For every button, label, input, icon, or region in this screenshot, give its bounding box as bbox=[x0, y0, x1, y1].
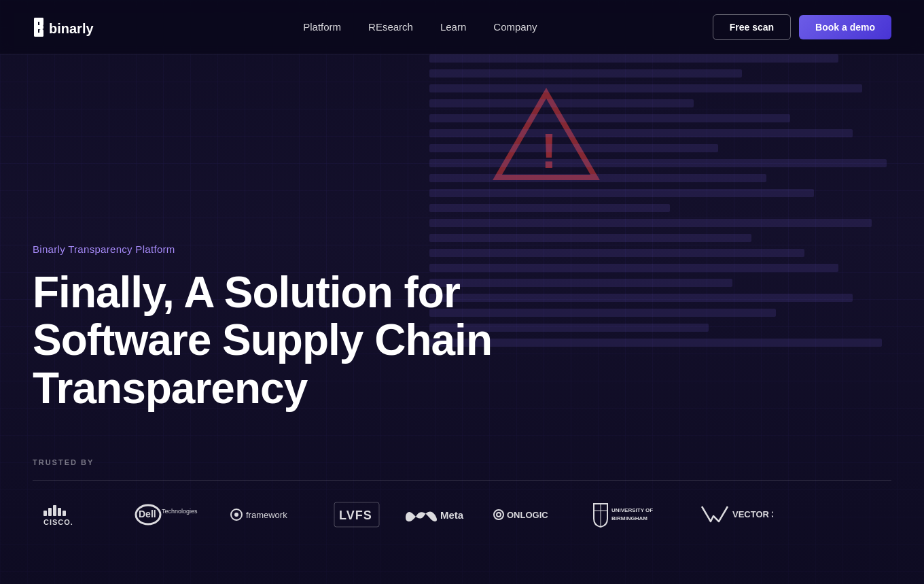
logo-onlogic: ONLOGIC bbox=[481, 502, 578, 527]
book-demo-button[interactable]: Book a demo bbox=[799, 15, 891, 39]
trusted-section: TRUSTED BY CISCO. Dell bbox=[0, 458, 924, 530]
svg-text:ONLOGIC: ONLOGIC bbox=[507, 510, 548, 520]
logo[interactable]: binarly bbox=[33, 14, 128, 41]
svg-point-19 bbox=[234, 513, 238, 517]
svg-text:LVFS: LVFS bbox=[339, 509, 372, 522]
svg-rect-4 bbox=[39, 18, 43, 26]
hero-subtitle: Binarly Transparency Platform bbox=[33, 243, 783, 255]
nav-platform[interactable]: Platform bbox=[303, 21, 341, 33]
svg-rect-13 bbox=[63, 511, 66, 516]
hero-content: Binarly Transparency Platform Finally, A… bbox=[0, 243, 815, 445]
logo-framework: framework bbox=[219, 502, 322, 527]
nav-links: Platform REsearch Learn Company bbox=[303, 21, 537, 33]
svg-text:Meta: Meta bbox=[440, 509, 464, 521]
trusted-logos: CISCO. Dell Technologies framework bbox=[33, 500, 780, 530]
svg-rect-10 bbox=[48, 508, 52, 516]
svg-rect-9 bbox=[43, 511, 47, 516]
svg-text:binarly: binarly bbox=[49, 21, 94, 36]
hero-title: Finally, A Solution for Software Supply … bbox=[33, 269, 563, 412]
svg-text:VECTOR 35: VECTOR 35 bbox=[732, 509, 773, 519]
svg-rect-12 bbox=[58, 508, 61, 516]
free-scan-button[interactable]: Free scan bbox=[713, 14, 791, 40]
logo-university-birmingham: UNIVERSITY OF BIRMINGHAM bbox=[578, 500, 688, 530]
logo-lvfs: LVFS bbox=[322, 501, 391, 528]
logo-vector35: VECTOR 35 bbox=[688, 501, 784, 528]
nav-cta: Free scan Book a demo bbox=[713, 14, 891, 40]
svg-text:Technologies: Technologies bbox=[162, 508, 198, 515]
svg-point-24 bbox=[494, 510, 503, 519]
logo-cisco: CISCO. bbox=[33, 502, 122, 527]
svg-text:Dell: Dell bbox=[139, 509, 156, 519]
svg-text:UNIVERSITY OF: UNIVERSITY OF bbox=[611, 507, 653, 513]
nav-research[interactable]: REsearch bbox=[368, 21, 413, 33]
svg-text:CISCO.: CISCO. bbox=[43, 518, 73, 526]
svg-rect-11 bbox=[53, 505, 56, 516]
logo-meta: Meta bbox=[391, 502, 481, 527]
svg-text:framework: framework bbox=[246, 510, 287, 520]
nav-learn[interactable]: Learn bbox=[440, 21, 466, 33]
hero-section: ! Binarly Transparency P bbox=[0, 0, 924, 584]
logo-dell: Dell Technologies bbox=[122, 501, 219, 528]
trusted-divider bbox=[33, 480, 891, 481]
svg-point-25 bbox=[497, 513, 501, 517]
trusted-label: TRUSTED BY bbox=[33, 458, 891, 466]
navbar: binarly Platform REsearch Learn Company … bbox=[0, 0, 924, 54]
svg-rect-5 bbox=[39, 29, 43, 37]
svg-text:BIRMINGHAM: BIRMINGHAM bbox=[611, 515, 647, 521]
nav-company[interactable]: Company bbox=[493, 21, 537, 33]
